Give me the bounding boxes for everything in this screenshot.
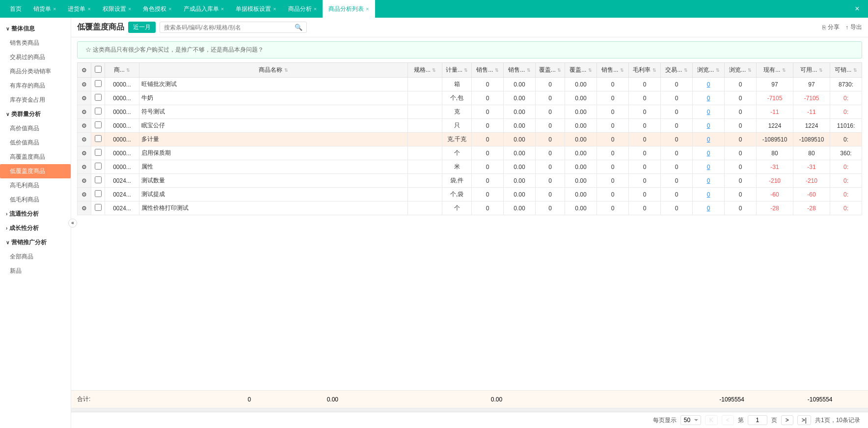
cell-browse1[interactable]: 0	[693, 91, 725, 105]
nav-item-sales[interactable]: 销货单 ×	[27, 0, 62, 18]
nav-close-template[interactable]: ×	[273, 6, 276, 12]
column-current[interactable]: 现有... ⇅	[757, 63, 793, 78]
nav-item-goods-analysis[interactable]: 商品分析 ×	[282, 0, 323, 18]
sidebar-item-high-coverage[interactable]: 高覆盖度商品	[0, 150, 71, 164]
sidebar-item-inventory-capital[interactable]: 库存资金占用	[0, 93, 71, 107]
next-page-btn[interactable]: >	[781, 415, 793, 425]
row-checkbox[interactable]	[95, 190, 102, 197]
row-checkbox[interactable]	[95, 94, 102, 101]
sidebar-item-all-goods[interactable]: 全部商品	[0, 250, 71, 264]
browse1-link[interactable]: 0	[707, 81, 710, 88]
share-btn[interactable]: ⎘ 分享	[822, 23, 840, 31]
row-checkbox[interactable]	[95, 204, 102, 211]
cell-browse1[interactable]: 0	[693, 188, 725, 201]
column-gear[interactable]: ⚙	[78, 63, 91, 78]
column-transaction[interactable]: 交易... ⇅	[661, 63, 693, 78]
column-gross[interactable]: 毛利率 ⇅	[629, 63, 661, 78]
column-browse2[interactable]: 浏览... ⇅	[725, 63, 757, 78]
column-spec[interactable]: 规格... ⇅	[408, 63, 442, 78]
browse1-link[interactable]: 0	[707, 95, 710, 102]
column-available[interactable]: 可用... ⇅	[793, 63, 830, 78]
column-sales-amt[interactable]: 销售... ⇅	[504, 63, 536, 78]
sidebar-item-new-goods[interactable]: 新品	[0, 264, 71, 278]
time-filter-btn[interactable]: 近一月	[128, 22, 156, 33]
nav-close-role[interactable]: ×	[168, 6, 171, 12]
sidebar-item-traded-goods[interactable]: 交易过的商品	[0, 50, 71, 64]
sidebar-group-marketing[interactable]: ∨ 营销推广分析	[0, 235, 71, 250]
cell-browse1[interactable]: 0	[693, 133, 725, 146]
browse1-link[interactable]: 0	[707, 136, 710, 143]
cell-checkbox[interactable]	[91, 201, 105, 215]
sidebar-item-high-value[interactable]: 高价值商品	[0, 121, 71, 136]
browse1-link[interactable]: 0	[707, 122, 710, 129]
cell-browse1[interactable]: 0	[693, 78, 725, 91]
cell-browse1[interactable]: 0	[693, 201, 725, 215]
per-page-select[interactable]: 50	[680, 415, 701, 425]
row-checkbox[interactable]	[95, 149, 102, 156]
nav-close-purchase[interactable]: ×	[87, 6, 90, 12]
column-sales-qty[interactable]: 销售... ⇅	[472, 63, 504, 78]
row-checkbox[interactable]	[95, 121, 102, 128]
sidebar-group-cluster[interactable]: ∨ 类群量分析	[0, 107, 71, 121]
column-browse1[interactable]: 浏览... ⇅	[693, 63, 725, 78]
cell-checkbox[interactable]	[91, 174, 105, 188]
cell-checkbox[interactable]	[91, 91, 105, 105]
sidebar-item-low-value[interactable]: 低价值商品	[0, 136, 71, 150]
column-sellable[interactable]: 可销... ⇅	[830, 63, 862, 78]
nav-item-home[interactable]: 首页	[4, 0, 27, 18]
nav-item-template[interactable]: 单据模板设置 ×	[230, 0, 282, 18]
cell-checkbox[interactable]	[91, 105, 105, 119]
browse1-link[interactable]: 0	[707, 205, 710, 212]
nav-close-goods-analysis[interactable]: ×	[314, 6, 317, 12]
cell-browse1[interactable]: 0	[693, 119, 725, 133]
sidebar-item-low-coverage[interactable]: 低覆盖度商品	[0, 164, 71, 178]
row-checkbox[interactable]	[95, 80, 102, 87]
cell-checkbox[interactable]	[91, 133, 105, 146]
nav-item-permissions[interactable]: 权限设置 ×	[97, 0, 137, 18]
row-checkbox[interactable]	[95, 108, 102, 114]
column-unit[interactable]: 计量... ⇅	[442, 63, 472, 78]
select-all-checkbox[interactable]	[95, 66, 102, 73]
row-checkbox[interactable]	[95, 176, 102, 183]
nav-item-purchase[interactable]: 进货单 ×	[62, 0, 96, 18]
browse1-link[interactable]: 0	[707, 164, 710, 171]
search-input[interactable]	[164, 24, 293, 31]
sidebar-item-category-turnover[interactable]: 商品分类动销率	[0, 64, 71, 79]
nav-item-role[interactable]: 角色授权 ×	[137, 0, 177, 18]
cell-checkbox[interactable]	[91, 146, 105, 160]
prev-page-btn[interactable]: <	[722, 415, 734, 425]
browse1-link[interactable]: 0	[707, 177, 710, 184]
search-icon[interactable]: 🔍	[295, 24, 302, 31]
column-checkbox[interactable]	[91, 63, 105, 78]
cell-browse1[interactable]: 0	[693, 160, 725, 174]
cell-checkbox[interactable]	[91, 78, 105, 91]
nav-item-inventory[interactable]: 产成品入库单 ×	[178, 0, 230, 18]
sidebar-group-growth[interactable]: › 成长性分析	[0, 221, 71, 235]
export-btn[interactable]: ↑ 导出	[845, 23, 862, 31]
browse1-link[interactable]: 0	[707, 109, 710, 115]
column-cov1[interactable]: 覆盖... ⇅	[536, 63, 565, 78]
column-code[interactable]: 商... ⇅	[105, 63, 139, 78]
nav-close-goods-analysis-list[interactable]: ×	[366, 6, 369, 12]
sidebar-item-stocked-goods[interactable]: 有库存的商品	[0, 79, 71, 93]
cell-browse1[interactable]: 0	[693, 174, 725, 188]
sidebar-item-high-margin[interactable]: 高毛利商品	[0, 178, 71, 193]
browse1-link[interactable]: 0	[707, 191, 710, 198]
cell-browse1[interactable]: 0	[693, 105, 725, 119]
nav-item-goods-analysis-list[interactable]: 商品分析列表 ×	[323, 0, 375, 18]
row-checkbox[interactable]	[95, 135, 102, 142]
sidebar-item-low-margin[interactable]: 低毛利商品	[0, 193, 71, 207]
cell-checkbox[interactable]	[91, 188, 105, 201]
cell-checkbox[interactable]	[91, 160, 105, 174]
nav-close-permissions[interactable]: ×	[128, 6, 131, 12]
page-input[interactable]	[748, 415, 767, 425]
window-close-btn[interactable]: ×	[850, 2, 864, 16]
column-sales3[interactable]: 销售... ⇅	[597, 63, 629, 78]
row-checkbox[interactable]	[95, 163, 102, 170]
cell-checkbox[interactable]	[91, 119, 105, 133]
nav-close-sales[interactable]: ×	[53, 6, 56, 12]
sidebar-item-sales-goods[interactable]: 销售类商品	[0, 36, 71, 50]
sidebar-group-overall[interactable]: ∨ 整体信息	[0, 22, 71, 36]
sidebar-collapse-btn[interactable]: «	[68, 219, 77, 228]
sidebar-group-liquidity[interactable]: › 流通性分析	[0, 207, 71, 221]
